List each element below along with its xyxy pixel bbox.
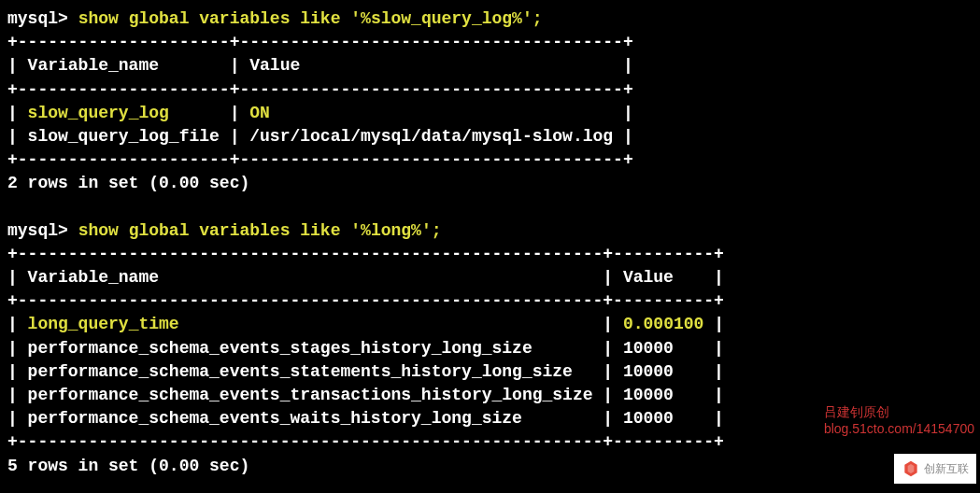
mysql-prompt-line-1: mysql> show global variables like '%slow… <box>7 7 973 31</box>
sql-command-2: show global variables like '%long%'; <box>78 221 442 240</box>
variable-name: long_query_time <box>28 315 179 333</box>
table1-summary: 2 rows in set (0.00 sec) <box>7 172 973 195</box>
variable-value: ON <box>249 104 270 122</box>
table1-row: | slow_query_log_file | /usr/local/mysql… <box>7 125 973 148</box>
table1-row: | slow_query_log | ON | <box>7 102 973 125</box>
logo-text: 创新互联 <box>924 461 969 477</box>
watermark: 吕建钊原创 blog.51cto.com/14154700 <box>824 403 974 437</box>
sql-command-1: show global variables like '%slow_query_… <box>78 9 543 28</box>
watermark-author: 吕建钊原创 <box>824 403 974 420</box>
table1-header: | Variable_name | Value | <box>7 54 973 77</box>
table1-border-mid: +---------------------+-----------------… <box>7 78 973 102</box>
table1-border-bot: +---------------------+-----------------… <box>7 148 973 172</box>
table2-row: | long_query_time | 0.000100 | <box>7 313 973 336</box>
mysql-prompt-line-2: mysql> show global variables like '%long… <box>7 219 973 243</box>
logo-icon <box>902 459 920 478</box>
watermark-url: blog.51cto.com/14154700 <box>824 420 974 437</box>
table2-row: | performance_schema_events_stages_histo… <box>7 337 973 360</box>
table1-border-top: +---------------------+-----------------… <box>7 31 973 54</box>
blank-line <box>7 196 973 219</box>
logo-badge: 创新互联 <box>894 454 976 484</box>
mysql-prompt: mysql> <box>7 221 68 240</box>
variable-value: 0.000100 <box>623 315 703 333</box>
table2-header: | Variable_name | Value | <box>7 266 973 289</box>
variable-name: slow_query_log <box>28 104 169 122</box>
mysql-prompt: mysql> <box>7 9 68 28</box>
table2-border-mid: +---------------------------------------… <box>7 289 973 313</box>
table2-border-top: +---------------------------------------… <box>7 243 973 266</box>
table2-summary: 5 rows in set (0.00 sec) <box>7 455 973 478</box>
table2-row: | performance_schema_events_statements_h… <box>7 360 973 384</box>
